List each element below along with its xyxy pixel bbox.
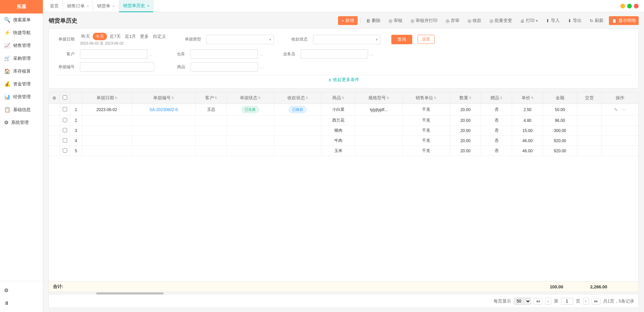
page-number-input[interactable]: 1 <box>561 298 573 305</box>
tab-close-sales-history[interactable]: × <box>147 4 149 8</box>
print-button[interactable]: 🖨 打印 ▾ <box>517 16 540 25</box>
next-page-button[interactable]: › <box>583 298 589 305</box>
sidebar-item-search-menu[interactable]: 🔍 搜索菜单 <box>0 14 43 26</box>
more-action-icon[interactable]: ⋯ <box>620 107 627 112</box>
cell-qty-0: 20.00 <box>450 104 481 115</box>
doc-type-select[interactable] <box>206 35 274 44</box>
payment-status-select[interactable] <box>313 35 381 44</box>
tab-sales-history[interactable]: 销货单历史× <box>119 0 153 12</box>
th-pay-status: 收款状态 ⇅ <box>274 92 321 104</box>
row-checkbox-2[interactable] <box>63 128 67 132</box>
sidebar-item-basic[interactable]: 📋 基础信息 <box>0 103 43 116</box>
show-detail-button[interactable]: 📋 显示明细 <box>609 16 639 25</box>
shortcut-more[interactable]: 更多 <box>139 33 150 40</box>
sidebar-item-quick-nav[interactable]: ⚡ 快捷导航 <box>0 26 43 39</box>
sidebar-item-gear[interactable]: ⚙ <box>0 284 43 297</box>
gear-settings-icon[interactable]: ⚙ <box>52 96 56 101</box>
sidebar-item-inventory[interactable]: 🏠 库存核算 <box>0 65 43 78</box>
cell-checkbox-1[interactable] <box>60 115 70 126</box>
prev-page-button[interactable]: ‹ <box>545 298 551 305</box>
sort-date-icon: ⇅ <box>115 96 117 100</box>
cell-date-3 <box>82 136 132 146</box>
th-doc-status: 单据状态 ⇅ <box>227 92 274 104</box>
goods-ellipsis[interactable]: ... <box>259 65 264 69</box>
window-maximize-button[interactable] <box>627 4 632 8</box>
tab-home[interactable]: 首页 <box>46 0 63 12</box>
th-seq <box>70 92 82 104</box>
select-all-checkbox[interactable] <box>63 95 67 100</box>
refresh-button[interactable]: ↻ 刷新 <box>587 16 606 25</box>
customer-input[interactable] <box>80 49 147 59</box>
sidebar-item-purchase[interactable]: 🛒 采购管理 <box>0 52 43 65</box>
shortcut-yesterday[interactable]: 昨天 <box>80 33 91 40</box>
edit-action-icon[interactable]: ✎ <box>613 107 619 112</box>
cell-checkbox-3[interactable] <box>60 136 70 146</box>
salesperson-ellipsis[interactable]: ... <box>369 52 374 56</box>
batch-change-button[interactable]: ◎ 批量变更 <box>487 16 515 25</box>
abandon-button[interactable]: ◎ 弃审 <box>443 16 462 25</box>
warehouse-label: 仓库 <box>165 51 185 57</box>
sidebar-item-finance[interactable]: 💰 资金管理 <box>0 78 43 90</box>
delete-button[interactable]: 🗑 删除 <box>363 16 383 25</box>
sidebar-icon-quick-nav: ⚡ <box>4 30 10 36</box>
shortcut-today[interactable]: 今天 <box>93 33 107 40</box>
th-spec: 规格型号 ⇅ <box>355 92 402 104</box>
collect-button[interactable]: ◎ 收款 <box>465 16 484 25</box>
sort-gift-icon: ⇅ <box>500 96 503 100</box>
goods-input[interactable] <box>191 62 258 72</box>
row-checkbox-0[interactable] <box>63 107 67 111</box>
per-page-label: 每页显示 <box>494 298 511 304</box>
sidebar-item-sales[interactable]: 📈 销售管理 <box>0 39 43 52</box>
shortcut-custom[interactable]: 自定义 <box>151 33 167 40</box>
export-button[interactable]: ⬇ 导出 <box>565 16 584 25</box>
cell-gift-0: 否 <box>481 104 512 115</box>
tab-sales-goods[interactable]: 销货单× <box>93 0 119 12</box>
collapse-button[interactable]: ∧ 收起更多条件 <box>54 75 633 84</box>
row-checkbox-4[interactable] <box>63 148 67 153</box>
print-dropdown-icon: ▾ <box>536 19 538 23</box>
audit-print-button[interactable]: ◎ 审核并打印 <box>408 16 440 25</box>
audit-button[interactable]: ◎ 审核 <box>386 16 405 25</box>
customer-ellipsis[interactable]: ... <box>148 52 154 56</box>
date-field: 昨天 今天 近7天 近1月 更多 自定义 2023-06-02 至 2023-0… <box>80 33 167 46</box>
window-minimize-button[interactable] <box>620 4 625 8</box>
main-area: 首页销售订单×销货单×销货单历史× 销货单历史 + 新增 🗑 删除 <box>43 0 644 312</box>
cell-action-1 <box>601 115 638 126</box>
last-page-button[interactable]: ⏭ <box>592 298 600 305</box>
cell-docno-3 <box>132 136 196 146</box>
salesperson-input[interactable] <box>301 49 368 59</box>
sidebar-item-pause[interactable]: ⏸ <box>0 297 43 309</box>
row-checkbox-3[interactable] <box>63 138 67 142</box>
tab-label-sales-history: 销货单历史 <box>123 3 145 9</box>
warehouse-ellipsis[interactable]: ... <box>258 52 264 56</box>
pay-status-badge: 已收款 <box>289 106 306 113</box>
per-page-select[interactable]: 50 100 <box>514 297 531 305</box>
tab-close-sales-goods[interactable]: × <box>112 4 114 8</box>
first-page-button[interactable]: ⏮ <box>534 298 542 305</box>
sidebar-item-operation[interactable]: 📊 经营管理 <box>0 90 43 103</box>
cell-action-2 <box>601 126 638 136</box>
cell-gear-1 <box>49 115 60 126</box>
sidebar-item-system[interactable]: ⚙ 系统管理 <box>0 116 43 129</box>
cell-seq-2: 3 <box>70 126 82 136</box>
window-close-button[interactable] <box>634 4 639 8</box>
cell-checkbox-0[interactable] <box>60 104 70 115</box>
tab-close-sales-order[interactable]: × <box>87 4 89 8</box>
table-scroll[interactable]: ⚙ 单据日期 ⇅ <box>49 92 638 281</box>
cell-docstatus-0: 已生效 <box>227 104 274 115</box>
scrollbar-thumb[interactable] <box>96 292 164 294</box>
shortcut-7days[interactable]: 近7天 <box>108 33 122 40</box>
row-checkbox-1[interactable] <box>63 118 67 122</box>
tab-sales-order[interactable]: 销售订单× <box>63 0 93 12</box>
horizontal-scrollbar[interactable] <box>49 292 638 294</box>
cell-checkbox-2[interactable] <box>60 126 70 136</box>
cell-checkbox-4[interactable] <box>60 146 70 156</box>
query-button[interactable]: 查询 <box>391 35 412 44</box>
warehouse-input[interactable] <box>190 49 258 59</box>
doc-no-input[interactable] <box>80 62 154 72</box>
add-button[interactable]: + 新增 <box>338 16 358 25</box>
import-button[interactable]: ⬆ 导入 <box>543 16 562 25</box>
cell-gift-1: 否 <box>481 115 512 126</box>
setting-button[interactable]: 设置 <box>418 35 435 44</box>
shortcut-1month[interactable]: 近1月 <box>123 33 137 40</box>
